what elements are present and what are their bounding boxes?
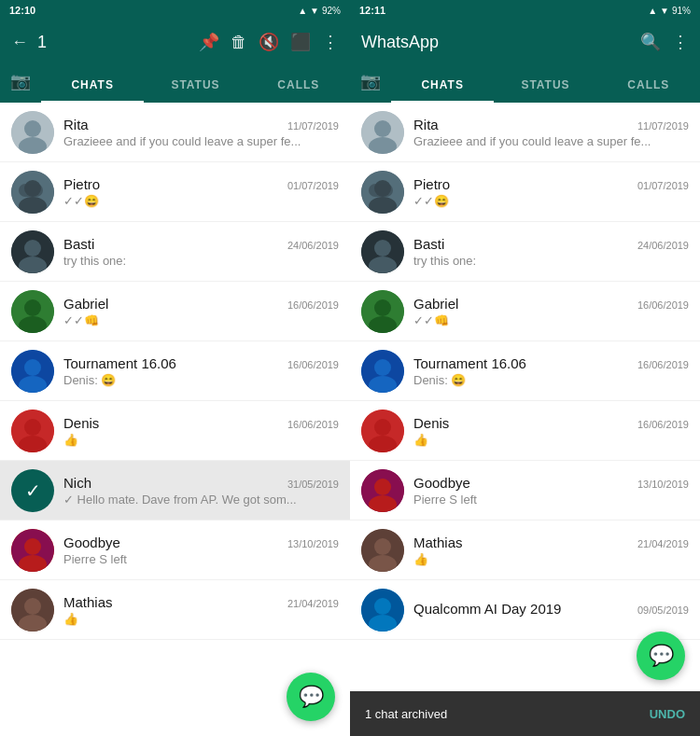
- wifi-icon-right: ▼: [660, 6, 669, 16]
- chat-name-mathias: Mathias: [63, 594, 113, 610]
- chat-name-nich: Nich: [63, 475, 91, 491]
- chat-item-rita[interactable]: Rita 11/07/2019 Grazieee and if you coul…: [0, 103, 350, 162]
- chat-name-goodbye-r: Goodbye: [413, 475, 470, 491]
- chat-item-pietro[interactable]: Pietro 01/07/2019 ✓✓😄: [0, 162, 350, 222]
- avatar-rita: [11, 111, 54, 154]
- avatar-goodbye-r: [361, 469, 404, 512]
- tab-status-right[interactable]: STATUS: [494, 69, 596, 103]
- action-icons-right: 🔍 ⋮: [640, 32, 689, 52]
- tab-camera-right[interactable]: 📷: [350, 62, 391, 103]
- avatar-goodbye: [11, 529, 54, 572]
- tab-calls-right[interactable]: CALLS: [597, 69, 700, 103]
- tab-calls-left[interactable]: CALLS: [247, 69, 350, 103]
- delete-icon[interactable]: 🗑: [231, 33, 247, 52]
- avatar-denis-r: [361, 410, 404, 452]
- avatar-svg-denis: [11, 410, 54, 452]
- chat-item-nich[interactable]: ✓ Nich 31/05/2019 ✓ Hello mate. Dave fro…: [0, 461, 350, 521]
- search-button[interactable]: 🔍: [640, 32, 661, 52]
- chat-time-goodbye-r: 13/10/2019: [637, 479, 689, 490]
- tab-chats-right[interactable]: CHATS: [391, 69, 494, 103]
- tab-camera-left[interactable]: 📷: [0, 62, 41, 103]
- chat-item-goodbye-r[interactable]: Goodbye 13/10/2019 Pierre S left: [350, 461, 700, 521]
- chat-item-tournament[interactable]: Tournament 16.06 16/06/2019 Denis: 😄: [0, 341, 350, 401]
- chat-preview-denis: 👍: [63, 433, 339, 447]
- avatar-svg-denis-r: [361, 410, 404, 452]
- avatar-pietro-r: [361, 171, 404, 214]
- avatar-svg-qualcomm-r: [361, 589, 404, 632]
- fab-right[interactable]: 💬: [637, 632, 685, 680]
- undo-button[interactable]: UNDO: [650, 707, 685, 721]
- action-icons: 📌 🗑 🔇 ⬛ ⋮: [199, 32, 339, 52]
- fab-left[interactable]: 💬: [287, 673, 335, 721]
- wifi-icon: ▼: [310, 6, 319, 16]
- chat-time-tournament: 16/06/2019: [287, 359, 339, 370]
- chat-preview-pietro-r: ✓✓😄: [413, 194, 689, 208]
- chat-info-basti: Basti 24/06/2019 try this one:: [63, 236, 339, 268]
- chat-preview-rita: Grazieee and if you could leave a super …: [63, 134, 339, 148]
- chat-item-basti-r[interactable]: Basti 24/06/2019 try this one:: [350, 222, 700, 282]
- chat-time-gabriel-r: 16/06/2019: [637, 299, 689, 311]
- chat-preview-basti-r: try this one:: [413, 254, 689, 268]
- chat-info-pietro: Pietro 01/07/2019 ✓✓😄: [63, 176, 339, 208]
- chat-item-basti[interactable]: Basti 24/06/2019 try this one:: [0, 222, 350, 282]
- chat-name-mathias-r: Mathias: [413, 535, 463, 550]
- avatar-basti-r: [361, 230, 404, 273]
- chat-info-goodbye-r: Goodbye 13/10/2019 Pierre S left: [413, 475, 689, 507]
- avatar-qualcomm-r: [361, 589, 404, 632]
- chat-preview-rita-r: Grazieee and if you could leave a super …: [413, 134, 689, 148]
- chat-name-goodbye: Goodbye: [63, 535, 120, 550]
- chat-item-tournament-r[interactable]: Tournament 16.06 16/06/2019 Denis: 😄: [350, 341, 700, 401]
- chat-preview-mathias: 👍: [63, 612, 339, 626]
- chat-item-mathias-r[interactable]: Mathias 21/04/2019 👍: [350, 521, 700, 580]
- more-button-right[interactable]: ⋮: [672, 32, 689, 52]
- svg-point-1: [24, 120, 41, 137]
- chat-preview-mathias-r: 👍: [413, 552, 689, 566]
- chat-preview-goodbye: Pierre S left: [63, 552, 339, 566]
- chat-time-rita: 11/07/2019: [287, 120, 339, 132]
- chat-preview-goodbye-r: Pierre S left: [413, 493, 689, 507]
- chat-info-tournament: Tournament 16.06 16/06/2019 Denis: 😄: [63, 355, 339, 387]
- chat-item-goodbye[interactable]: Goodbye 13/10/2019 Pierre S left: [0, 521, 350, 580]
- avatar-svg-goodbye: [11, 529, 54, 572]
- back-button[interactable]: ←: [11, 33, 28, 52]
- chat-item-rita-r[interactable]: Rita 11/07/2019 Grazieee and if you coul…: [350, 103, 700, 162]
- chat-item-gabriel[interactable]: Gabriel 16/06/2019 ✓✓👊: [0, 282, 350, 341]
- avatar-svg-rita-r: [361, 111, 404, 154]
- chat-item-gabriel-r[interactable]: Gabriel 16/06/2019 ✓✓👊: [350, 282, 700, 341]
- status-bar-right: 12:11 ▲ ▼ 91%: [350, 0, 700, 21]
- signal-icon-right: ▲: [648, 6, 657, 16]
- chat-item-mathias[interactable]: Mathias 21/04/2019 👍: [0, 580, 350, 640]
- avatar-svg-pietro: [11, 171, 54, 214]
- svg-point-20: [24, 538, 41, 555]
- chat-preview-basti: try this one:: [63, 254, 339, 268]
- chat-item-denis-r[interactable]: Denis 16/06/2019 👍: [350, 401, 700, 461]
- svg-rect-31: [369, 184, 393, 197]
- pin-icon[interactable]: 📌: [199, 32, 219, 52]
- archive-icon[interactable]: ⬛: [290, 32, 311, 52]
- chat-item-qualcomm-r[interactable]: Qualcomm AI Day 2019 09/05/2019: [350, 580, 700, 640]
- chat-name-basti: Basti: [63, 236, 94, 252]
- chat-item-denis[interactable]: Denis 16/06/2019 👍: [0, 401, 350, 461]
- more-icon[interactable]: ⋮: [322, 32, 339, 52]
- right-phone: 12:11 ▲ ▼ 91% WhatsApp 🔍 ⋮ 📷 CHATS STATU…: [350, 0, 700, 736]
- chat-name-gabriel-r: Gabriel: [413, 296, 458, 312]
- svg-point-23: [24, 598, 41, 615]
- tab-status-left[interactable]: STATUS: [144, 69, 246, 103]
- fab-icon-right: 💬: [649, 644, 674, 668]
- chat-preview-tournament-r: Denis: 😄: [413, 373, 689, 387]
- chat-time-mathias: 21/04/2019: [287, 598, 339, 609]
- time-left: 12:10: [9, 5, 35, 16]
- avatar-denis: [11, 410, 54, 452]
- chat-preview-tournament: Denis: 😄: [63, 373, 339, 387]
- avatar-svg-tournament: [11, 350, 54, 393]
- archive-bar: 1 chat archived UNDO: [350, 691, 700, 736]
- tab-chats-left[interactable]: CHATS: [41, 69, 144, 103]
- avatar-gabriel: [11, 290, 54, 333]
- chat-item-pietro-r[interactable]: Pietro 01/07/2019 ✓✓😄: [350, 162, 700, 222]
- avatar-tournament: [11, 350, 54, 393]
- chat-name-denis: Denis: [63, 415, 99, 431]
- avatar-tournament-r: [361, 350, 404, 393]
- chat-time-pietro-r: 01/07/2019: [637, 180, 689, 191]
- mute-icon[interactable]: 🔇: [259, 32, 279, 52]
- archive-text: 1 chat archived: [365, 707, 447, 721]
